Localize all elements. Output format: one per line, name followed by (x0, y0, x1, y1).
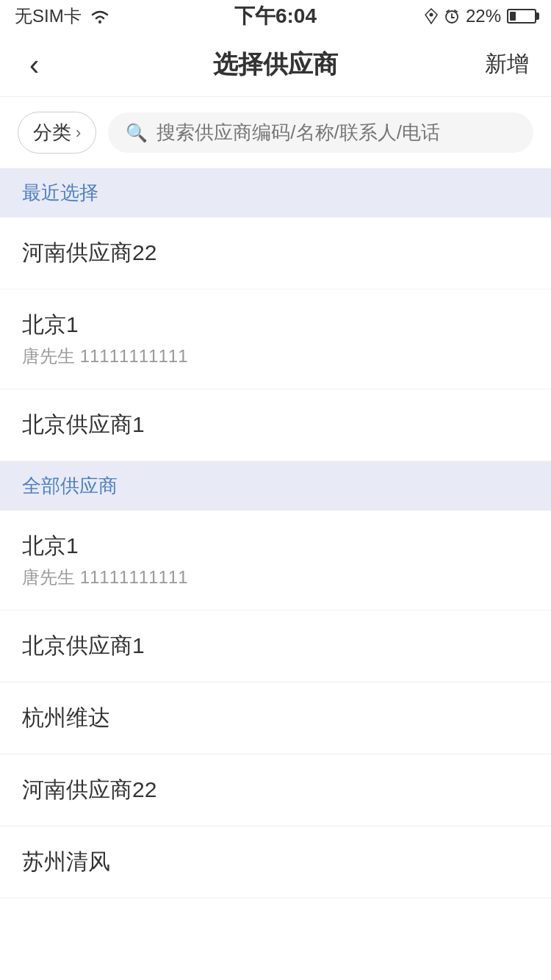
page-title: 选择供应商 (213, 48, 338, 82)
all-list-item[interactable]: 北京1 唐先生 11111111111 (0, 511, 551, 610)
all-section-label: 全部供应商 (22, 475, 118, 497)
item-name: 北京1 (22, 310, 529, 340)
svg-point-0 (98, 21, 101, 24)
item-name: 北京1 (22, 531, 529, 561)
item-name: 北京供应商1 (22, 631, 529, 661)
add-button[interactable]: 新增 (485, 49, 529, 79)
recent-section-label: 最近选择 (22, 181, 98, 203)
status-time: 下午6:04 (234, 2, 317, 30)
search-box[interactable]: 🔍 (108, 112, 533, 153)
battery-percent: 22% (466, 6, 501, 26)
all-list-item[interactable]: 北京供应商1 (0, 610, 551, 682)
nav-bar: ‹ 选择供应商 新增 (0, 32, 551, 97)
search-input[interactable] (156, 121, 516, 144)
all-list-item[interactable]: 杭州维达 (0, 682, 551, 754)
item-name: 北京供应商1 (22, 410, 529, 440)
status-left: 无SIM卡 (15, 4, 111, 28)
category-filter-button[interactable]: 分类 › (18, 112, 96, 154)
all-list: 北京1 唐先生 11111111111 北京供应商1杭州维达河南供应商22苏州清… (0, 511, 551, 898)
item-name: 河南供应商22 (22, 775, 529, 805)
battery-icon (507, 9, 536, 24)
recent-list-item[interactable]: 河南供应商22 (0, 217, 551, 289)
recent-list-item[interactable]: 北京供应商1 (0, 389, 551, 461)
recent-section-header: 最近选择 (0, 168, 551, 217)
all-list-item[interactable]: 河南供应商22 (0, 754, 551, 826)
alarm-icon (444, 8, 460, 24)
status-bar: 无SIM卡 下午6:04 22% (0, 0, 551, 32)
recent-list: 河南供应商22 北京1 唐先生 11111111111 北京供应商1 (0, 217, 551, 461)
item-name: 苏州清风 (22, 847, 529, 877)
chevron-right-icon: › (76, 123, 81, 143)
carrier-text: 无SIM卡 (15, 4, 82, 28)
all-section-header: 全部供应商 (0, 461, 551, 511)
category-label: 分类 (33, 120, 71, 145)
wifi-icon (89, 8, 111, 24)
item-name: 杭州维达 (22, 703, 529, 733)
status-right: 22% (425, 6, 536, 26)
svg-point-1 (429, 13, 433, 17)
all-list-item[interactable]: 苏州清风 (0, 826, 551, 898)
item-detail: 唐先生 11111111111 (22, 566, 529, 589)
recent-list-item[interactable]: 北京1 唐先生 11111111111 (0, 289, 551, 389)
search-icon: 🔍 (126, 123, 148, 143)
filter-bar: 分类 › 🔍 (0, 97, 551, 168)
item-name: 河南供应商22 (22, 238, 529, 268)
item-detail: 唐先生 11111111111 (22, 345, 529, 368)
back-button[interactable]: ‹ (22, 43, 46, 87)
location-icon (425, 8, 438, 24)
